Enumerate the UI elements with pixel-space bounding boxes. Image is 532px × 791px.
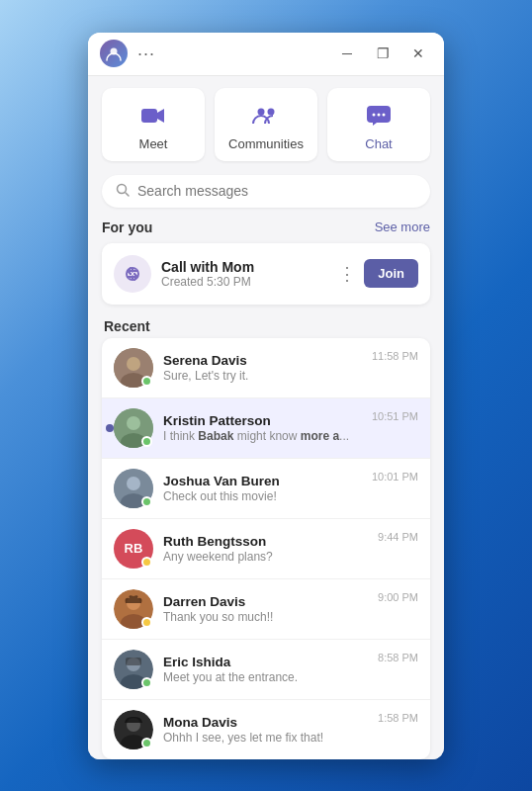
for-you-title: For you bbox=[102, 220, 152, 235]
list-item[interactable]: RB Ruth Bengtsson Any weekend plans? 9:4… bbox=[102, 519, 430, 579]
more-options-icon[interactable]: ··· bbox=[137, 44, 333, 64]
svg-point-8 bbox=[118, 184, 127, 193]
call-info: Call with Mom Created 5:30 PM bbox=[161, 259, 338, 289]
chat-preview: Meet you at the entrance. bbox=[163, 670, 370, 684]
see-more-button[interactable]: See more bbox=[375, 220, 430, 234]
chat-name: Darren Davis bbox=[163, 594, 370, 609]
call-name: Call with Mom bbox=[161, 259, 338, 275]
chat-name: Ruth Bengtsson bbox=[163, 534, 370, 549]
maximize-button[interactable]: ❐ bbox=[369, 40, 397, 67]
unread-indicator bbox=[106, 424, 114, 432]
nav-buttons: Meet Communities bbox=[102, 88, 430, 161]
avatar-wrap bbox=[114, 650, 153, 689]
chat-time: 9:44 PM bbox=[378, 529, 418, 543]
chat-time: 8:58 PM bbox=[378, 650, 418, 663]
chat-time: 10:01 PM bbox=[372, 469, 418, 483]
call-with-mom-card[interactable]: Call with Mom Created 5:30 PM ⋮ Join bbox=[102, 243, 430, 305]
status-badge bbox=[141, 557, 152, 568]
meet-label: Meet bbox=[139, 136, 168, 151]
chat-preview: I think Babak might know more a... bbox=[163, 429, 364, 443]
chat-content: Mona Davis Ohhh I see, yes let me fix th… bbox=[163, 715, 370, 745]
join-button[interactable]: Join bbox=[364, 259, 418, 288]
minimize-button[interactable]: ─ bbox=[333, 40, 361, 67]
main-content: Meet Communities bbox=[88, 76, 444, 759]
chat-content: Darren Davis Thank you so much!! bbox=[163, 594, 370, 624]
svg-point-7 bbox=[383, 113, 386, 116]
chat-preview: Thank you so much!! bbox=[163, 610, 370, 624]
title-bar: ··· ─ ❐ ✕ bbox=[88, 33, 444, 76]
avatar-wrap: RB bbox=[114, 529, 153, 569]
chat-preview: Check out this movie! bbox=[163, 489, 364, 503]
list-item[interactable]: Joshua Van Buren Check out this movie! 1… bbox=[102, 459, 430, 519]
svg-point-6 bbox=[378, 113, 381, 116]
status-badge bbox=[141, 738, 152, 748]
close-button[interactable]: ✕ bbox=[404, 40, 432, 67]
avatar-wrap bbox=[114, 408, 153, 448]
status-badge bbox=[141, 677, 152, 688]
chat-name: Eric Ishida bbox=[163, 655, 370, 669]
chat-name: Serena Davis bbox=[163, 353, 364, 368]
chat-icon bbox=[363, 100, 395, 132]
chat-preview: Any weekend plans? bbox=[163, 550, 370, 564]
status-badge bbox=[141, 376, 152, 387]
meet-icon bbox=[137, 100, 169, 132]
svg-point-3 bbox=[268, 108, 275, 115]
call-more-button[interactable]: ⋮ bbox=[338, 263, 356, 285]
search-input[interactable] bbox=[137, 183, 416, 199]
communities-icon bbox=[250, 100, 282, 132]
window-controls: ─ ❐ ✕ bbox=[333, 40, 432, 67]
status-badge bbox=[141, 617, 152, 628]
svg-rect-1 bbox=[141, 109, 157, 123]
chat-content: Ruth Bengtsson Any weekend plans? bbox=[163, 534, 370, 564]
chat-name: Mona Davis bbox=[163, 715, 370, 730]
chat-content: Joshua Van Buren Check out this movie! bbox=[163, 474, 364, 503]
communities-nav-button[interactable]: Communities bbox=[215, 88, 317, 161]
chat-name: Kristin Patterson bbox=[163, 413, 364, 428]
svg-rect-25 bbox=[126, 658, 141, 665]
chat-preview: Ohhh I see, yes let me fix that! bbox=[163, 731, 370, 745]
avatar-wrap bbox=[114, 469, 153, 508]
call-icon bbox=[114, 255, 151, 293]
list-item[interactable]: Eric Ishida Meet you at the entrance. 8:… bbox=[102, 640, 430, 700]
status-badge bbox=[141, 496, 152, 507]
teams-window: ··· ─ ❐ ✕ Meet bbox=[88, 33, 444, 759]
chat-content: Serena Davis Sure, Let's try it. bbox=[163, 353, 364, 383]
call-time: Created 5:30 PM bbox=[161, 275, 338, 289]
svg-point-5 bbox=[373, 113, 376, 116]
chat-content: Eric Ishida Meet you at the entrance. bbox=[163, 655, 370, 684]
search-icon bbox=[116, 183, 130, 200]
meet-nav-button[interactable]: Meet bbox=[102, 88, 205, 161]
chat-name: Joshua Van Buren bbox=[163, 474, 364, 488]
list-item[interactable]: Darren Davis Thank you so much!! 9:00 PM bbox=[102, 579, 430, 640]
communities-label: Communities bbox=[228, 136, 304, 151]
chat-nav-button[interactable]: Chat bbox=[327, 88, 430, 161]
svg-point-11 bbox=[127, 357, 140, 371]
search-bar bbox=[102, 175, 430, 208]
chat-time: 9:00 PM bbox=[378, 589, 418, 603]
svg-point-17 bbox=[127, 477, 140, 490]
chat-time: 10:51 PM bbox=[372, 408, 418, 422]
svg-point-2 bbox=[258, 108, 265, 115]
avatar-wrap bbox=[114, 348, 153, 388]
chat-time: 11:58 PM bbox=[372, 348, 418, 362]
svg-point-14 bbox=[127, 416, 140, 430]
chat-content: Kristin Patterson I think Babak might kn… bbox=[163, 413, 364, 443]
for-you-section-header: For you See more bbox=[102, 220, 430, 235]
avatar-wrap bbox=[114, 589, 153, 629]
list-item[interactable]: Kristin Patterson I think Babak might kn… bbox=[102, 398, 430, 459]
recent-title: Recent bbox=[102, 318, 430, 334]
chat-preview: Sure, Let's try it. bbox=[163, 369, 364, 383]
chat-list: Serena Davis Sure, Let's try it. 11:58 P… bbox=[102, 338, 430, 759]
avatar[interactable] bbox=[100, 40, 128, 67]
chat-label: Chat bbox=[365, 136, 392, 151]
list-item[interactable]: Mona Davis Ohhh I see, yes let me fix th… bbox=[102, 700, 430, 759]
list-item[interactable]: Serena Davis Sure, Let's try it. 11:58 P… bbox=[102, 338, 430, 398]
chat-time: 1:58 PM bbox=[378, 710, 418, 724]
status-badge bbox=[141, 436, 152, 447]
avatar-wrap bbox=[114, 710, 153, 749]
